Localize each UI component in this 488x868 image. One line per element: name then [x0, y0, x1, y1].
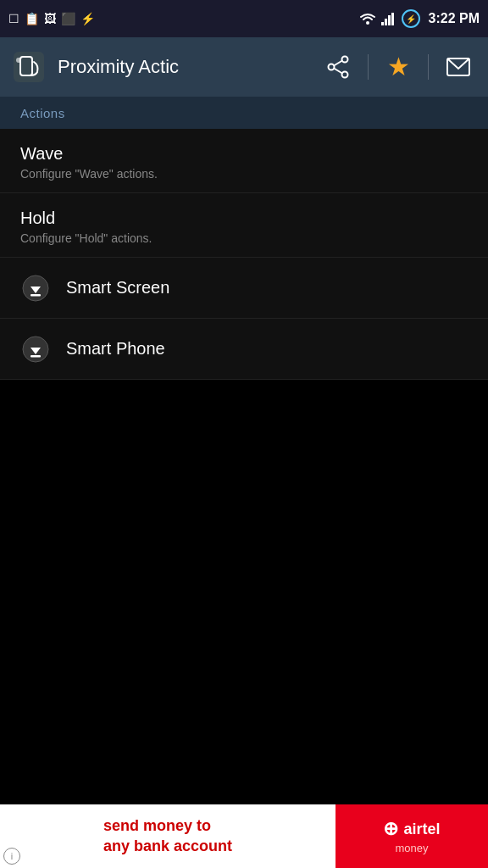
star-button[interactable]: ★: [377, 46, 419, 88]
smart-phone-download-icon: [20, 334, 51, 364]
svg-rect-3: [388, 15, 391, 25]
battery-label: ⚡: [406, 14, 416, 24]
svg-rect-4: [391, 13, 394, 25]
ad-left-section: send money toany bank account: [0, 804, 336, 868]
app-title: Proximity Actic: [58, 56, 308, 78]
battery-icon: ⚡: [402, 9, 420, 28]
section-label: Actions: [20, 106, 65, 120]
image-icon: 🖼: [44, 12, 56, 25]
status-icons-left: ☐ 📋 🖼 ⬛ ⚡: [8, 12, 95, 25]
share-icon: [326, 55, 350, 79]
smart-screen-download-icon: [20, 273, 51, 303]
ad-left-text: send money toany bank account: [103, 816, 232, 856]
ad-right-section: ⊕ airtel money: [336, 804, 488, 868]
video-icon: ⬛: [61, 12, 75, 25]
svg-point-10: [342, 72, 348, 78]
star-icon: ★: [387, 54, 410, 80]
status-icons-right: ⚡ 3:22 PM: [359, 9, 480, 28]
svg-point-9: [329, 64, 335, 70]
screen-icon: ☐: [8, 12, 19, 25]
svg-point-7: [16, 58, 21, 63]
wave-subtitle: Configure "Wave" actions.: [20, 167, 468, 181]
section-header: Actions: [0, 97, 488, 129]
smart-phone-item[interactable]: Smart Phone: [0, 319, 488, 380]
smart-phone-label: Smart Phone: [66, 339, 165, 359]
wifi-icon: [359, 12, 376, 25]
svg-point-8: [342, 57, 348, 63]
share-button[interactable]: [317, 46, 359, 88]
app-icon: [8, 47, 49, 87]
proximity-icon: [12, 50, 46, 84]
airtel-name: airtel: [403, 821, 440, 838]
hold-list-item[interactable]: Hold Configure "Hold" actions.: [0, 193, 488, 258]
toolbar-divider-1: [368, 54, 369, 80]
svg-point-0: [366, 21, 369, 25]
ad-info-icon[interactable]: i: [3, 848, 20, 865]
wave-list-item[interactable]: Wave Configure "Wave" actions.: [0, 129, 488, 193]
svg-rect-1: [381, 22, 384, 25]
svg-line-12: [334, 69, 342, 74]
smart-screen-label: Smart Screen: [66, 278, 169, 298]
clipboard-icon: 📋: [25, 12, 39, 25]
app-toolbar: Proximity Actic ★: [0, 37, 488, 97]
airtel-sub: money: [395, 842, 428, 854]
svg-rect-16: [30, 294, 41, 297]
wave-title: Wave: [20, 144, 468, 164]
status-time: 3:22 PM: [429, 11, 480, 26]
status-bar: ☐ 📋 🖼 ⬛ ⚡ ⚡ 3:22 PM: [0, 0, 488, 37]
hold-subtitle: Configure "Hold" actions.: [20, 231, 468, 245]
flash-icon: ⚡: [80, 12, 95, 25]
smart-screen-item[interactable]: Smart Screen: [0, 258, 488, 319]
hold-title: Hold: [20, 209, 468, 228]
svg-rect-19: [30, 355, 41, 358]
airtel-logo: ⊕ airtel: [383, 818, 440, 840]
airtel-symbol: ⊕: [383, 818, 398, 840]
mail-icon: [446, 58, 470, 76]
svg-rect-2: [385, 19, 387, 25]
ad-banner[interactable]: send money toany bank account ⊕ airtel m…: [0, 804, 488, 868]
mail-button[interactable]: [437, 46, 480, 88]
toolbar-divider-2: [428, 54, 429, 80]
signal-icon: [381, 12, 396, 25]
svg-line-11: [334, 61, 342, 66]
